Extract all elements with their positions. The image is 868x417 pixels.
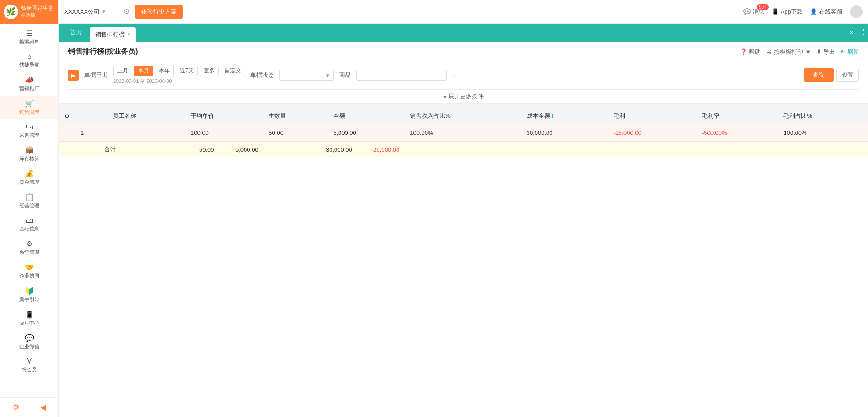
row-settings-cell <box>59 125 75 141</box>
page-actions: ❓ 帮助 🖨 按模板打印 ▼ ⬇ 导出 ↻ 刷新 <box>740 48 859 56</box>
sidebar-item-operation[interactable]: 📋 经营管理 <box>0 189 58 213</box>
message-btn[interactable]: 💬 消息 99+ <box>743 8 764 16</box>
company-name: XXXXXX公司 <box>64 8 100 16</box>
footer-label: 合计 <box>99 145 153 153</box>
window-close-icon[interactable]: × <box>849 29 854 37</box>
sidebar-item-enterprise-collab[interactable]: 🤝 企业协同 <box>0 259 58 283</box>
row-employee <box>107 125 185 141</box>
sidebar-settings-icon[interactable]: ⚙ <box>11 401 21 413</box>
sidebar-item-enterprise-wechat[interactable]: 💬 企业微信 <box>0 330 58 354</box>
filter-btn-7days[interactable]: 近7天 <box>176 66 198 76</box>
tab-sales-ranking[interactable]: 销售排行榜 × <box>90 27 136 42</box>
tab-home-label: 首页 <box>70 29 82 37</box>
sales-ranking-table: ⚙ 员工名称 平均单价 主数量 全额 销售收入占比% 成本全额 ℹ 毛利 毛利率… <box>59 107 868 141</box>
footer-main-qty: 50.00 <box>194 146 230 153</box>
settings-small-button[interactable]: 设置 <box>836 69 859 82</box>
export-label: 导出 <box>823 48 835 56</box>
trial-button[interactable]: 体验行业方案 <box>135 5 183 19</box>
query-button[interactable]: 查询 <box>804 68 834 82</box>
new-guide-icon: 🔰 <box>25 287 34 295</box>
logo-subtitle: 标准版 <box>21 12 53 19</box>
operation-icon: 📋 <box>25 193 34 201</box>
help-label: 帮助 <box>749 48 761 56</box>
col-employee: 员工名称 <box>107 107 185 125</box>
purchase-mgmt-label: 采购管理 <box>19 132 39 139</box>
sales-mgmt-label: 销售管理 <box>19 109 39 115</box>
sidebar-item-sales-mgmt[interactable]: 🛒 销售管理 <box>0 96 58 119</box>
app-center-label: 应用中心 <box>19 320 39 326</box>
operation-label: 经营管理 <box>19 202 39 209</box>
sidebar-logo: 🌿 畅康通好生意 标准版 <box>0 0 58 24</box>
table-footer: 合计 50.00 5,000.00 30,000.00 -25,000.00 <box>59 141 868 157</box>
status-select[interactable] <box>279 70 334 81</box>
expand-more-btn[interactable]: ▾ 展开更多条件 <box>68 89 859 103</box>
member-label: 畅会员 <box>22 366 37 373</box>
table-container: ⚙ 员工名称 平均单价 主数量 全额 销售收入占比% 成本全额 ℹ 毛利 毛利率… <box>59 107 868 417</box>
tabbar-right: × ⛶ <box>849 29 864 37</box>
date-range-display: 2023-06-01 至 2023-06-30 <box>113 78 245 85</box>
date-filter-label: 单据日期 <box>84 71 108 79</box>
enterprise-wechat-icon: 💬 <box>25 334 34 342</box>
online-service-label: 在线客服 <box>819 8 843 16</box>
filter-btn-more[interactable]: 更多 <box>200 66 219 76</box>
footer-gross-profit: -25,000.00 <box>366 146 405 153</box>
tab-close-icon[interactable]: × <box>127 31 130 38</box>
topbar-settings-icon[interactable]: ⚙ <box>123 7 129 16</box>
filter-btn-this-year[interactable]: 本年 <box>155 66 174 76</box>
window-expand-icon[interactable]: ⛶ <box>857 29 864 37</box>
filter-btn-this-month[interactable]: 本月 <box>134 66 153 76</box>
filter-btn-custom[interactable]: 自定义 <box>221 66 245 76</box>
sidebar-item-app-center[interactable]: 📱 应用中心 <box>0 307 58 330</box>
help-btn[interactable]: ❓ 帮助 <box>740 48 761 56</box>
filter-toggle-btn[interactable]: ▶ <box>68 70 79 81</box>
inventory-icon: 📦 <box>25 146 34 154</box>
goods-filter-input[interactable] <box>356 70 447 81</box>
sidebar-item-search-order[interactable]: ☰ 搜索菜单 <box>0 25 58 49</box>
col-settings[interactable]: ⚙ <box>59 107 75 125</box>
basic-info-icon: 🗃 <box>26 216 33 225</box>
sidebar-item-basic-info[interactable]: 🗃 基础信息 <box>0 213 58 236</box>
sidebar-item-member[interactable]: V 畅会员 <box>0 354 58 377</box>
logo-title: 畅康通好生意 <box>21 5 53 12</box>
goods-filter-more[interactable]: ... <box>452 72 457 78</box>
col-gross-ratio: 毛利占比% <box>778 107 868 125</box>
topbar: XXXXXX公司 ▼ ⚙ 体验行业方案 💬 消息 99+ 📱 App下载 👤 在… <box>59 0 868 24</box>
system-mgmt-icon: ⚙ <box>26 240 33 248</box>
sidebar-item-finance[interactable]: 💰 资金管理 <box>0 166 58 189</box>
print-template-btn[interactable]: 🖨 按模板打印 ▼ <box>766 48 811 56</box>
row-gross-ratio: 100.00% <box>778 125 868 141</box>
enterprise-collab-icon: 🤝 <box>25 263 34 272</box>
marketing-icon: 📣 <box>25 76 34 84</box>
col-sales-ratio: 销售收入占比% <box>404 107 521 125</box>
row-gross-rate: -500.00% <box>696 125 778 141</box>
user-avatar[interactable] <box>850 5 863 18</box>
sidebar-item-purchase-mgmt[interactable]: 🛍 采购管理 <box>0 119 58 142</box>
row-rank: 1 <box>75 125 107 141</box>
online-service-btn[interactable]: 👤 在线客服 <box>810 8 843 16</box>
sidebar-nav: ☰ 搜索菜单⌂ 快捷导航📣 营销推广🛒 销售管理🛍 采购管理📦 库存核算💰 资金… <box>0 24 58 397</box>
company-selector[interactable]: XXXXXX公司 ▼ <box>64 8 119 16</box>
row-sales-ratio: 100.00% <box>404 125 521 141</box>
date-filter-group: 上月 本月 本年 近7天 更多 自定义 2023-06-01 至 2023-06… <box>113 66 245 85</box>
sidebar-item-quick-nav[interactable]: ⌂ 快捷导航 <box>0 49 58 72</box>
filter-btn-last-month[interactable]: 上月 <box>113 66 132 76</box>
sidebar-item-marketing[interactable]: 📣 营销推广 <box>0 72 58 96</box>
col-avg-price: 平均单价 <box>185 107 263 125</box>
logo-icon: 🌿 <box>4 5 18 19</box>
inventory-label: 库存核算 <box>19 155 39 162</box>
export-icon: ⬇ <box>816 48 821 55</box>
app-download-label: App下载 <box>781 8 803 16</box>
sidebar-item-inventory[interactable]: 📦 库存核算 <box>0 142 58 166</box>
app-download-btn[interactable]: 📱 App下载 <box>772 8 803 16</box>
system-mgmt-label: 系统管理 <box>19 249 39 256</box>
tab-home[interactable]: 首页 <box>62 24 89 42</box>
sidebar-item-system-mgmt[interactable]: ⚙ 系统管理 <box>0 236 58 259</box>
col-cost-amount: 成本全额 ℹ <box>521 107 608 125</box>
sidebar-item-new-guide[interactable]: 🔰 新手引导 <box>0 283 58 307</box>
refresh-btn[interactable]: ↻ 刷新 <box>840 48 859 56</box>
sidebar-footer: ⚙ ◀ <box>0 397 58 417</box>
print-label: 按模板打印 <box>774 48 803 56</box>
table-header-row: ⚙ 员工名称 平均单价 主数量 全额 销售收入占比% 成本全额 ℹ 毛利 毛利率… <box>59 107 868 125</box>
sidebar-collapse-icon[interactable]: ◀ <box>38 401 48 413</box>
export-btn[interactable]: ⬇ 导出 <box>816 48 835 56</box>
